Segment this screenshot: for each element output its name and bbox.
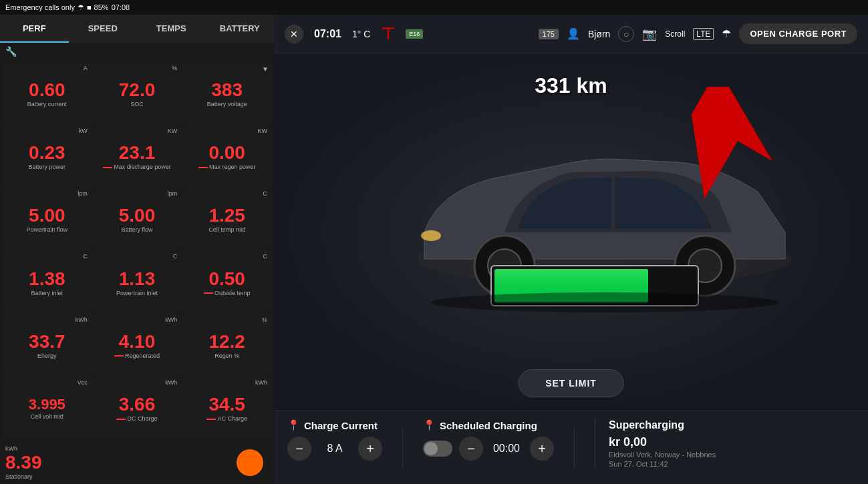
scheduled-charging-increase-button[interactable]: + xyxy=(530,437,554,461)
svg-marker-0 xyxy=(681,87,788,207)
gauge-max-discharge: KW 23.1 Max discharge power xyxy=(93,126,182,187)
emergency-calls-text: Emergency calls only xyxy=(5,3,75,11)
gauge-ac-charge: kWh 34.5 AC Charge xyxy=(182,377,271,439)
tab-perf[interactable]: PERF xyxy=(0,15,69,43)
open-charge-port-button[interactable]: OPEN CHARGE PORT xyxy=(739,23,857,44)
gauge-cell-temp-mid: C 1.25 Cell temp mid xyxy=(182,188,271,250)
tesla-time: 07:01 xyxy=(314,28,341,40)
scroll-text: Scroll xyxy=(665,29,685,39)
scheduled-charging-controls: − 00:00 + xyxy=(423,437,554,461)
scheduled-charging-group: 📍 Scheduled Charging − 00:00 + xyxy=(423,419,554,461)
supercharging-section: Supercharging kr 0,00 Eidsvoll Verk, Nor… xyxy=(595,419,716,468)
gauge-battery-flow: lpm 5.00 Battery flow xyxy=(93,188,182,250)
supercharging-location: Eidsvoll Verk, Norway - Nebbnes xyxy=(609,451,716,459)
tesla-logo: ⊤ xyxy=(381,25,395,43)
driver-name: Bjørn xyxy=(588,29,610,39)
gauge-max-regen: KW 0.00 Max regen power xyxy=(182,126,271,187)
range-display: 331 km xyxy=(535,73,607,98)
gauge-energy: kWh 33.7 Energy xyxy=(3,314,92,376)
bottom-controls: 📍 Charge Current − 8 A + 📍 Scheduled Cha… xyxy=(274,411,868,484)
separator-1 xyxy=(402,428,403,468)
bottom-row: kWh 8.39 Stationary xyxy=(0,441,274,484)
charge-current-controls: − 8 A + xyxy=(287,437,382,461)
gauge-powertrain-flow: lpm 5.00 Powertrain flow xyxy=(3,188,92,250)
scheduled-charging-toggle[interactable] xyxy=(423,441,452,457)
circle-icon: ○ xyxy=(618,26,634,42)
scheduled-charging-label: 📍 Scheduled Charging xyxy=(423,419,554,431)
tab-speed[interactable]: SPEED xyxy=(69,15,138,43)
gauge-battery-current: A 0.60 Battery current xyxy=(3,63,92,124)
tabs-bar: PERF SPEED TEMPS BATTERY xyxy=(0,15,274,43)
battery-icon: ■ xyxy=(87,3,92,11)
gauge-regenerated: kWh 4.10 Regenerated xyxy=(93,314,182,376)
car-visualization-area: 331 km xyxy=(274,53,868,411)
gauge-cell-volt-mid: Vcc 3.995 Cell volt mid xyxy=(3,377,92,439)
gauge-regen-percent: % 12.2 Regen % xyxy=(182,314,271,376)
camera-icon: 📷 xyxy=(642,27,657,41)
charge-current-decrease-button[interactable]: − xyxy=(287,437,311,461)
charge-current-value: 8 A xyxy=(318,443,351,455)
bluetooth-icon: ☂ xyxy=(78,3,84,12)
left-panel: PERF SPEED TEMPS BATTERY 🔧 A 0.60 Batter… xyxy=(0,15,274,484)
lte-badge: LTE xyxy=(693,28,714,40)
scheduled-charging-title: Scheduled Charging xyxy=(440,420,537,431)
tesla-header: ✕ 07:01 1° C ⊤ E16 175 👤 Bjørn ○ 📷 Scrol… xyxy=(274,15,868,53)
gauge-battery-voltage: 383 Battery voltage ▼ xyxy=(182,63,271,124)
gauge-battery-inlet: C 1.38 Battery inlet xyxy=(3,251,92,312)
wrench-icon: 🔧 xyxy=(5,46,17,57)
separator-2 xyxy=(574,428,575,468)
supercharging-title: Supercharging xyxy=(609,419,716,431)
svg-point-10 xyxy=(431,292,778,312)
gauge-dc-charge: kWh 3.66 DC Charge xyxy=(93,377,182,439)
bottom-gauge-stationary: kWh 8.39 Stationary xyxy=(5,445,42,480)
tesla-temp: 1° C xyxy=(352,29,370,39)
set-limit-button[interactable]: SET LIMIT xyxy=(518,369,624,397)
driver-badge: 175 xyxy=(539,29,559,39)
gauge-soc: % 72.0 SOC xyxy=(93,63,182,124)
right-panel: ✕ 07:01 1° C ⊤ E16 175 👤 Bjørn ○ 📷 Scrol… xyxy=(274,15,868,484)
supercharging-cost: kr 0,00 xyxy=(609,435,716,449)
close-button[interactable]: ✕ xyxy=(285,25,303,43)
charge-current-pin-icon: 📍 xyxy=(287,419,300,431)
charge-current-increase-button[interactable]: + xyxy=(358,437,382,461)
supercharging-date: Sun 27. Oct 11:42 xyxy=(609,460,716,468)
toggle-knob xyxy=(424,442,438,455)
gauge-outside-temp: C 0.50 Outside temp xyxy=(182,251,271,312)
charge-current-label: 📍 Charge Current xyxy=(287,419,382,431)
bluetooth-header-icon: ☂ xyxy=(722,27,731,40)
gauge-battery-power: kW 0.23 Battery power xyxy=(3,126,92,187)
orange-indicator xyxy=(237,449,263,476)
status-bar: Emergency calls only ☂ ■ 85% 07:08 xyxy=(0,0,868,15)
battery-level: 85% xyxy=(94,3,109,11)
tab-temps[interactable]: TEMPS xyxy=(137,15,206,43)
tab-battery[interactable]: BATTERY xyxy=(206,15,275,43)
tesla-badge: E16 xyxy=(406,29,423,39)
red-arrow-indicator xyxy=(681,87,788,210)
scheduled-charging-pin-icon: 📍 xyxy=(423,419,436,431)
charge-current-group: 📍 Charge Current − 8 A + xyxy=(287,419,382,461)
driver-icon: 👤 xyxy=(567,27,580,40)
charge-current-title: Charge Current xyxy=(304,420,378,431)
scheduled-charging-decrease-button[interactable]: − xyxy=(459,437,483,461)
svg-point-9 xyxy=(421,230,441,241)
gauge-powertrain-inlet: C 1.13 Powertrain inlet xyxy=(93,251,182,312)
gauge-grid: A 0.60 Battery current % 72.0 SOC 383 Ba… xyxy=(0,60,274,441)
scheduled-charging-time: 00:00 xyxy=(490,443,523,455)
clock: 07:08 xyxy=(112,3,130,11)
